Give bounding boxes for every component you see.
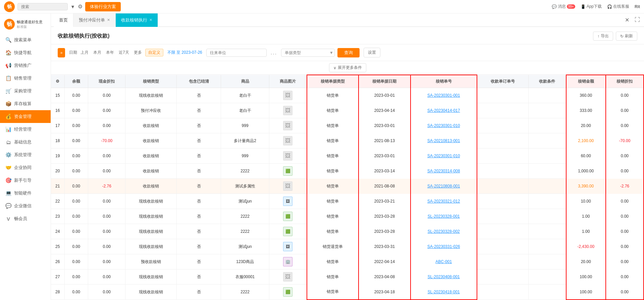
td-writeoff-discount: 0.00 bbox=[606, 164, 644, 179]
td-writeoff-doc-no[interactable]: SA-20230321-012 bbox=[411, 194, 477, 209]
td-receipt-order-no bbox=[477, 148, 529, 164]
td-balance: 0.00 bbox=[64, 118, 88, 133]
td-writeoff-doc-no[interactable]: SA-20230314-008 bbox=[411, 164, 477, 179]
td-receipt-condition bbox=[528, 254, 566, 269]
industry-solution-button[interactable]: 体验行业方案 bbox=[85, 2, 121, 11]
settings-button[interactable]: 设置 bbox=[364, 48, 380, 57]
td-writeoff-doc-no[interactable]: SA-20210808-001 bbox=[411, 179, 477, 194]
td-writeoff-doc-no[interactable]: SA-20210813-001 bbox=[411, 133, 477, 148]
partner-filter-input[interactable] bbox=[206, 49, 267, 57]
sidebar-item-finance[interactable]: 💰资金管理 bbox=[0, 110, 51, 123]
product-image: 🖼 bbox=[283, 91, 292, 100]
sidebar-item-operations[interactable]: 📊经营管理 bbox=[0, 123, 51, 136]
tab-prepay-close[interactable]: ✕ bbox=[107, 18, 110, 22]
sidebar-item-collab[interactable]: 🤝企业协同 bbox=[0, 161, 51, 174]
sidebar-item-basic[interactable]: 🗂基础信息 bbox=[0, 136, 51, 148]
td-product: 999 bbox=[221, 148, 269, 164]
td-writeoff-amount: 3,390.00 bbox=[566, 179, 606, 194]
sidebar-item-wechat[interactable]: 💬企业微信 bbox=[0, 200, 51, 212]
header-actions: ↑ 导出 ↻ 刷新 bbox=[593, 32, 637, 41]
td-product-img: 🖼 bbox=[269, 88, 307, 103]
wechat-icon: 💬 bbox=[5, 203, 11, 209]
td-writeoff-doc-date: 2023-03-01 bbox=[359, 118, 410, 133]
basic-icon: 🗂 bbox=[5, 139, 11, 145]
sidebar-item-label: 库存核算 bbox=[14, 101, 32, 107]
td-product-img: 🖼 bbox=[269, 133, 307, 148]
refresh-button[interactable]: ↻ 刷新 bbox=[616, 32, 637, 41]
sidebar-item-hardware[interactable]: 💻智能硬件 bbox=[0, 187, 51, 200]
th-settings[interactable]: ⚙ bbox=[51, 75, 64, 88]
newbie-icon: 🎯 bbox=[5, 177, 11, 183]
td-writeoff-type: 预收款核销 bbox=[125, 254, 177, 269]
td-balance: 0.00 bbox=[64, 224, 88, 239]
sidebar-item-newbie[interactable]: 🎯新手引导 bbox=[0, 174, 51, 187]
sidebar-item-purchase[interactable]: 🛒采购管理 bbox=[0, 85, 51, 97]
sidebar-item-sales[interactable]: 📋销售管理 bbox=[0, 72, 51, 85]
td-receipt-condition bbox=[528, 194, 566, 209]
export-icon: ↑ bbox=[597, 34, 599, 39]
sidebar-item-inventory[interactable]: 📦库存核算 bbox=[0, 97, 51, 110]
filter-bar: » 日期 上月 本月 本年 近7天 更多 自定义 不限 至 2023-07-26… bbox=[51, 44, 644, 61]
td-writeoff-doc-no[interactable]: SA-20230331-026 bbox=[411, 239, 477, 254]
td-writeoff-doc-no[interactable]: SA-20230414-017 bbox=[411, 103, 477, 118]
expand-more-button[interactable]: ∨ 展开更多条件 bbox=[329, 63, 366, 72]
td-receipt-order-no bbox=[477, 133, 529, 148]
td-writeoff-doc-no[interactable]: SA-20230301-010 bbox=[411, 148, 477, 164]
td-writeoff-type: 现线收款核销 bbox=[125, 88, 177, 103]
td-writeoff-doc-no[interactable]: SA-20230301-001 bbox=[411, 88, 477, 103]
last-month-button[interactable]: 上月 bbox=[79, 49, 90, 56]
td-product: 多计量商品2 bbox=[221, 133, 269, 148]
content-area: 收款核销执行(按收款) ↑ 导出 ↻ 刷新 » 日期 上月 bbox=[51, 27, 644, 300]
messages-label: 消息 bbox=[558, 4, 566, 9]
export-button[interactable]: ↑ 导出 bbox=[593, 32, 613, 41]
messages-area[interactable]: 💬 消息 99+ bbox=[552, 4, 575, 9]
last7days-button[interactable]: 近7天 bbox=[117, 49, 130, 56]
sidebar-item-search[interactable]: 🔍搜索菜单 bbox=[0, 34, 51, 46]
filter-collapse-button[interactable]: » bbox=[58, 48, 65, 57]
td-writeoff-doc-no[interactable]: SL-20230408-001 bbox=[411, 269, 477, 285]
td-cash-discount: 0.00 bbox=[88, 118, 125, 133]
td-product: 测试多属性 bbox=[221, 179, 269, 194]
tab-writeoff-close[interactable]: ✕ bbox=[149, 18, 152, 22]
td-writeoff-doc-no[interactable]: ABC-001 bbox=[411, 254, 477, 269]
sidebar-item-system[interactable]: ⚙️系统管理 bbox=[0, 148, 51, 161]
sidebar-item-shortcut[interactable]: 🏠快捷导航 bbox=[0, 46, 51, 59]
tab-prepay[interactable]: 预付冲应付单 ✕ bbox=[73, 13, 116, 27]
sidebar-item-marketing[interactable]: 📢营销推广 bbox=[0, 59, 51, 72]
td-writeoff-doc-no[interactable]: SL-20230328-002 bbox=[411, 224, 477, 239]
sidebar-item-label: 搜索菜单 bbox=[14, 37, 32, 43]
td-writeoff-doc-no[interactable]: SL-20230328-001 bbox=[411, 209, 477, 224]
tab-close-icon[interactable]: ✕ bbox=[624, 17, 631, 23]
td-include-settled: 否 bbox=[177, 285, 221, 300]
chevron-down-icon[interactable]: ▼ bbox=[70, 4, 75, 9]
td-writeoff-amount: 1.00 bbox=[566, 209, 606, 224]
tab-writeoff-label: 收款核销执行 bbox=[121, 17, 147, 23]
settings-icon[interactable]: ⚙ bbox=[78, 3, 83, 10]
this-month-button[interactable]: 本月 bbox=[92, 49, 103, 56]
this-year-button[interactable]: 本年 bbox=[105, 49, 115, 56]
voucher-type-filter[interactable] bbox=[281, 49, 335, 57]
sidebar-item-member[interactable]: V畅会员 bbox=[0, 212, 51, 225]
collab-icon: 🤝 bbox=[5, 165, 11, 171]
more-date-button[interactable]: 更多 bbox=[132, 49, 143, 56]
sidebar-item-label: 企业微信 bbox=[14, 203, 32, 209]
td-writeoff-discount: 0.00 bbox=[606, 209, 644, 224]
td-product-img: 🟩 bbox=[269, 164, 307, 179]
tab-writeoff[interactable]: 收款核销执行 ✕ bbox=[116, 13, 158, 27]
td-writeoff-doc-no[interactable]: SA-20230301-010 bbox=[411, 118, 477, 133]
online-service-link[interactable]: 🎧 在线客服 bbox=[607, 4, 629, 9]
search-input[interactable] bbox=[17, 3, 68, 10]
td-writeoff-amount: 333.00 bbox=[566, 103, 606, 118]
tab-expand-icon[interactable]: ⛶ bbox=[633, 17, 641, 23]
td-writeoff-amount: 1.00 bbox=[566, 224, 606, 239]
tab-home[interactable]: 首页 bbox=[54, 13, 73, 27]
voucher-dropdown-arrow[interactable]: ▼ bbox=[329, 50, 333, 55]
app-download-link[interactable]: 📱 App下载 bbox=[581, 4, 602, 9]
query-button[interactable]: 查询 bbox=[337, 48, 360, 57]
custom-date-button[interactable]: 自定义 bbox=[145, 49, 163, 56]
td-writeoff-doc-date: 2021-08-13 bbox=[359, 133, 410, 148]
td-writeoff-doc-no[interactable]: SL-20230418-001 bbox=[411, 285, 477, 300]
td-writeoff-discount: 0.00 bbox=[606, 285, 644, 300]
td-writeoff-amount: 20.00 bbox=[566, 254, 606, 269]
user-label[interactable]: Rit bbox=[635, 4, 640, 9]
